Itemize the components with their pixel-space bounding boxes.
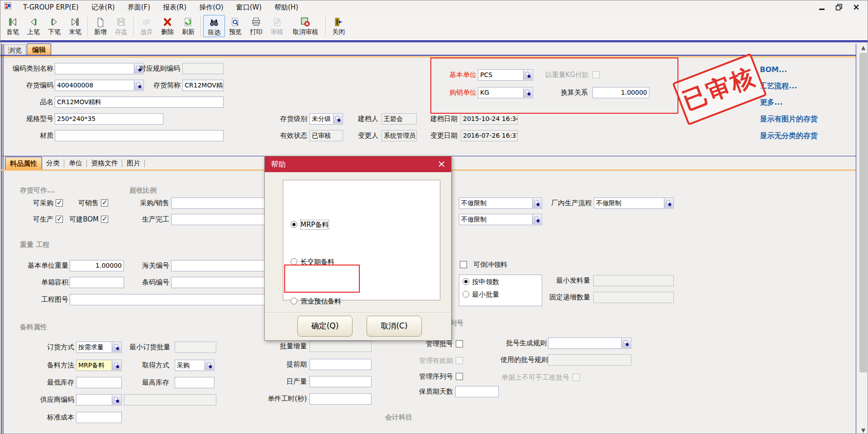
lookup-icon[interactable] [333, 114, 342, 124]
sales-forecast-option-radio[interactable] [291, 298, 297, 304]
lookup-icon[interactable] [112, 361, 121, 370]
tab-unit[interactable]: 单位 [67, 158, 85, 169]
can-produce-checkbox[interactable] [56, 216, 63, 223]
mrp-option-label[interactable]: MRP备料 [300, 220, 329, 229]
barcode-field[interactable] [171, 277, 267, 288]
restriction-field-1[interactable]: 不做限制 [459, 198, 542, 209]
toolbar-prev-button[interactable]: 上笔 [23, 15, 44, 36]
customs-field[interactable] [171, 260, 267, 271]
menu-tgroup-erp[interactable]: T-GROUP ERP(E) [17, 3, 85, 11]
can-bom-checkbox[interactable] [101, 216, 108, 223]
tab-qualification[interactable]: 资格文件 [89, 158, 120, 169]
lookup-icon[interactable] [523, 70, 532, 80]
menu-operation[interactable]: 操作(O) [193, 3, 230, 12]
restriction-field-2[interactable]: 不做限制 [459, 214, 542, 225]
show-unclassified-link[interactable]: 显示无分类的存货 [760, 131, 818, 141]
backflush-checkbox[interactable] [460, 261, 467, 268]
lookup-icon[interactable] [112, 395, 121, 405]
by-request-radio[interactable] [463, 278, 469, 285]
item-abbr-field[interactable]: CR12MOV精料 [182, 80, 224, 91]
mrp-option-radio[interactable] [291, 221, 297, 228]
item-code-field[interactable]: 400400008 [55, 80, 144, 91]
long-cycle-option-radio[interactable] [291, 258, 297, 265]
purchase-sale-field[interactable] [171, 198, 267, 209]
lookup-icon[interactable] [523, 88, 532, 97]
tab-edit[interactable]: 编辑 [27, 43, 51, 56]
max-stock-field[interactable] [175, 377, 215, 388]
order-method-field[interactable]: 按需求量 [76, 342, 122, 353]
code-category-field[interactable] [55, 63, 144, 74]
lead-time-field[interactable] [310, 359, 372, 370]
tab-picture[interactable]: 图片 [124, 158, 143, 169]
lookup-icon[interactable] [621, 338, 630, 348]
lookup-icon[interactable] [112, 342, 121, 352]
drawing-no-field[interactable] [70, 294, 267, 305]
scroll-up-icon[interactable]: ▲ [858, 44, 868, 52]
show-with-pictures-link[interactable]: 显示有图片的存货 [760, 115, 818, 124]
item-name-field[interactable]: CR12MOV精料 [55, 96, 224, 108]
toolbar-preview-button[interactable]: 预览 [225, 15, 246, 36]
toolbar-cancel-audit-button[interactable]: 取消审核 [287, 15, 324, 36]
spec-field[interactable]: 250*240*35 [55, 113, 163, 125]
dialog-close-icon[interactable]: × [438, 156, 446, 172]
unit-hours-field[interactable] [310, 393, 372, 405]
manage-serial-checkbox[interactable] [456, 373, 463, 380]
prep-method-field[interactable]: MRP备料 [76, 360, 122, 371]
scroll-down-icon[interactable]: ▼ [858, 427, 868, 434]
manage-batch-checkbox[interactable] [456, 340, 463, 347]
toolbar-delete-button[interactable]: 删除 [157, 15, 178, 36]
conversion-field[interactable]: 1.00000 [592, 87, 649, 98]
menu-window[interactable]: 窗口(W) [230, 3, 268, 12]
acquire-method-field[interactable]: 采购 [175, 360, 215, 371]
min-batch-radio[interactable] [463, 291, 469, 298]
base-unit-field[interactable]: PCS [478, 69, 533, 81]
cancel-button[interactable]: 取消(C) [367, 316, 422, 337]
toolbar-close-button[interactable]: 关闭 [328, 15, 349, 36]
lookup-icon[interactable] [532, 215, 541, 224]
more-link[interactable]: 更多... [760, 98, 782, 107]
std-cost-field[interactable] [76, 412, 122, 423]
toolbar-filter-button[interactable]: 筛选 [203, 15, 225, 37]
toolbar-refresh-button[interactable]: 刷新 [178, 15, 199, 36]
trade-unit-field[interactable]: KG [478, 87, 533, 98]
menu-report[interactable]: 报表(R) [157, 3, 193, 12]
ok-button[interactable]: 确定(Q) [297, 316, 353, 337]
tab-item-attributes[interactable]: 料品属性 [5, 157, 42, 169]
tab-category[interactable]: 分类 [44, 158, 62, 169]
box-volume-field[interactable] [70, 277, 124, 288]
close-button[interactable]: × [849, 1, 864, 12]
base-weight-field[interactable]: 1.00000 [70, 260, 124, 271]
toolbar-next-button[interactable]: 下笔 [44, 15, 65, 36]
bom-link[interactable]: BOM... [760, 65, 787, 74]
lookup-icon[interactable] [664, 198, 673, 208]
min-stock-field[interactable] [76, 377, 122, 388]
daily-output-field[interactable] [310, 376, 372, 387]
batch-rule-field[interactable] [548, 338, 631, 349]
restore-button[interactable] [831, 1, 847, 12]
menu-interface[interactable]: 界面(F) [121, 3, 157, 12]
process-flow-link[interactable]: 工艺流程... [760, 82, 797, 91]
lookup-icon[interactable] [532, 198, 541, 208]
factory-flow-field[interactable]: 不做限制 [594, 198, 674, 209]
supplier-code-field[interactable] [76, 394, 122, 405]
sales-forecast-option-label[interactable]: 营业预估备料 [300, 297, 341, 306]
tab-browse[interactable]: 浏览 [4, 44, 26, 56]
shelf-days-field[interactable] [455, 386, 499, 397]
help-dialog-title[interactable]: 帮助 [265, 156, 451, 172]
prod-complete-field[interactable] [171, 214, 267, 225]
toolbar-print-button[interactable]: 打印 [246, 15, 267, 36]
material-field[interactable] [55, 130, 224, 141]
can-purchase-checkbox[interactable] [56, 199, 63, 207]
toolbar-last-button[interactable]: 末笔 [65, 15, 86, 36]
menu-record[interactable]: 记录(R) [85, 3, 121, 12]
level-field[interactable]: 未分级 [310, 113, 343, 125]
toolbar-first-button[interactable]: 首笔 [2, 15, 23, 36]
vertical-scrollbar[interactable]: ▲ ▼ [858, 44, 868, 434]
can-sell-checkbox[interactable] [101, 199, 108, 207]
scrollbar-thumb[interactable] [859, 53, 867, 372]
menu-help[interactable]: 帮助(H) [268, 3, 305, 12]
lookup-icon[interactable] [134, 81, 143, 90]
minimize-button[interactable] [814, 1, 830, 12]
lookup-icon[interactable] [205, 361, 214, 370]
toolbar-add-button[interactable]: 新增 [90, 15, 111, 36]
